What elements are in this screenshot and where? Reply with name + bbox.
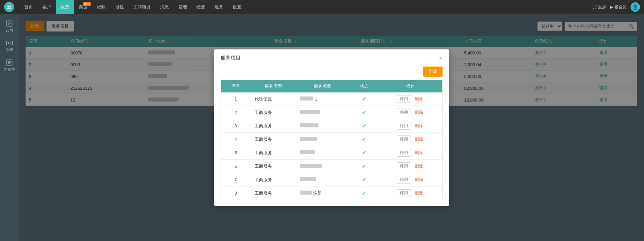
cell-type: 工商服务 xyxy=(251,106,296,119)
stop-button[interactable]: 停用 xyxy=(397,189,411,197)
cell-item xyxy=(296,106,349,119)
cell-actions: 停用 删除 xyxy=(379,146,442,160)
modal-new-button[interactable]: 新建 xyxy=(423,67,443,77)
modal-col-seq: 序号 xyxy=(221,80,251,92)
delete-button[interactable]: 删除 xyxy=(414,122,424,129)
cell-status: ✔ xyxy=(349,173,379,187)
cell-type: 工商服务 xyxy=(251,133,296,146)
cell-item xyxy=(296,160,349,173)
modal-body: 新建 序号 服务类型 服务项目 状态 操作 xyxy=(214,64,449,206)
stop-button[interactable]: 停用 xyxy=(397,135,411,143)
cell-item: 1 xyxy=(296,92,349,106)
nav-operation[interactable]: 经营 xyxy=(192,0,210,14)
app-logo[interactable]: 云 xyxy=(4,2,14,12)
cell-status: ✔ xyxy=(349,160,379,173)
cell-status: ✔ xyxy=(349,133,379,146)
list-item: 5 工商服务 ✔ 停用 删除 xyxy=(221,146,442,160)
stop-button[interactable]: 停用 xyxy=(397,162,411,170)
nav-home[interactable]: 首页 xyxy=(20,0,38,14)
list-item: 1 代理记账 1 ✔ 停用 删除 xyxy=(221,92,442,106)
avatar[interactable]: 👤 xyxy=(631,2,640,12)
delete-button[interactable]: 删除 xyxy=(414,176,424,183)
nav-tax[interactable]: 报税 xyxy=(110,0,128,14)
cell-type: 工商服务 xyxy=(251,119,296,133)
delete-button[interactable]: 删除 xyxy=(414,163,424,170)
list-item: 2 工商服务 ✔ 停用 删除 xyxy=(221,106,442,119)
nav-manage[interactable]: 管理 xyxy=(174,0,192,14)
modal-col-type: 服务类型 xyxy=(251,80,296,92)
cell-status: ✔ xyxy=(349,119,379,133)
modal-header: 服务项目 × xyxy=(214,49,449,64)
modal-close-button[interactable]: × xyxy=(439,55,443,61)
delete-button[interactable]: 删除 xyxy=(414,190,424,197)
cell-status: ✔ xyxy=(349,146,379,160)
nav-message[interactable]: 消息 xyxy=(155,0,174,14)
list-item: 7 工商服务 ✔ 停用 删除 xyxy=(221,173,442,187)
delete-button[interactable]: 删除 xyxy=(414,149,424,156)
nav-bookkeeping[interactable]: 记账 xyxy=(92,0,110,14)
delete-button[interactable]: 删除 xyxy=(414,136,424,143)
cell-status: ✔ xyxy=(349,92,379,106)
cell-actions: 停用 删除 xyxy=(379,173,442,187)
cell-status: ✔ xyxy=(349,106,379,119)
cell-actions: 停用 删除 xyxy=(379,119,442,133)
stop-button[interactable]: 停用 xyxy=(397,122,411,130)
delete-button[interactable]: 删除 xyxy=(414,109,424,116)
member-btn[interactable]: ▶ 畅会员 xyxy=(610,4,627,10)
cell-item: 注册 xyxy=(296,187,349,200)
nav-service[interactable]: 服务 xyxy=(210,0,228,14)
main-layout: 合同 收费 对账单 新增 服务项目 进行中 已结束 xyxy=(0,14,644,241)
fullscreen-btn[interactable]: ⛶ 全屏 xyxy=(593,4,606,10)
stop-button[interactable]: 停用 xyxy=(397,109,411,116)
svg-rect-0 xyxy=(7,21,12,26)
cell-item xyxy=(296,173,349,187)
content-area: 新增 服务项目 进行中 已结束 全部 🔍 xyxy=(19,14,644,241)
cell-seq: 1 xyxy=(221,92,251,106)
modal-title: 服务项目 xyxy=(221,55,241,61)
cell-seq: 6 xyxy=(221,160,251,173)
cell-type: 代理记账 xyxy=(251,92,296,106)
cell-type: 工商服务 xyxy=(251,160,296,173)
list-item: 4 工商服务 ✔ 停用 删除 xyxy=(221,133,442,146)
sidebar: 合同 收费 对账单 xyxy=(0,14,19,241)
nav-fee[interactable]: 收费 xyxy=(56,0,74,14)
video-icon: ▶ xyxy=(610,5,613,9)
top-nav: 云 首页 客户 收费 票据 new 记账 报税 工商项目 消息 管理 经营 服务… xyxy=(0,0,644,14)
cell-actions: 停用 删除 xyxy=(379,187,442,200)
delete-button[interactable]: 删除 xyxy=(414,95,424,103)
modal-col-status: 状态 xyxy=(349,80,379,92)
cell-seq: 4 xyxy=(221,133,251,146)
sidebar-item-statement[interactable]: 对账单 xyxy=(0,56,19,75)
new-badge: new xyxy=(83,2,91,6)
avatar-icon: 👤 xyxy=(632,4,639,10)
nav-ticket[interactable]: 票据 new xyxy=(74,0,92,14)
cell-type: 工商服务 xyxy=(251,173,296,187)
cell-item xyxy=(296,133,349,146)
sidebar-item-fee[interactable]: 收费 xyxy=(0,36,19,56)
list-item: 3 工商服务 ✔ 停用 删除 xyxy=(221,119,442,133)
cell-seq: 5 xyxy=(221,146,251,160)
cell-item xyxy=(296,119,349,133)
list-item: 8 工商服务 注册 ✔ 停用 删除 xyxy=(221,187,442,200)
stop-button[interactable]: 停用 xyxy=(397,149,411,157)
cell-status: ✔ xyxy=(349,187,379,200)
stop-button[interactable]: 停用 xyxy=(397,95,411,103)
nav-settings[interactable]: 设置 xyxy=(228,0,246,14)
list-item: 6 工商服务 ✔ 停用 删除 xyxy=(221,160,442,173)
fee-icon xyxy=(5,40,13,46)
cell-seq: 2 xyxy=(221,106,251,119)
fullscreen-icon: ⛶ xyxy=(593,5,597,9)
sidebar-item-contract[interactable]: 合同 xyxy=(0,17,19,36)
cell-seq: 8 xyxy=(221,187,251,200)
cell-type: 工商服务 xyxy=(251,187,296,200)
modal-overlay[interactable]: 服务项目 × 新建 序号 服务类型 服务项目 xyxy=(19,14,644,241)
service-items-modal: 服务项目 × 新建 序号 服务类型 服务项目 xyxy=(214,49,449,206)
modal-col-action: 操作 xyxy=(379,80,442,92)
modal-col-item: 服务项目 xyxy=(296,80,349,92)
nav-commerce[interactable]: 工商项目 xyxy=(128,0,155,14)
stop-button[interactable]: 停用 xyxy=(397,176,411,184)
cell-actions: 停用 删除 xyxy=(379,160,442,173)
modal-table-wrap[interactable]: 序号 服务类型 服务项目 状态 操作 1 代理记账 xyxy=(221,80,443,200)
nav-customer[interactable]: 客户 xyxy=(38,0,56,14)
cell-actions: 停用 删除 xyxy=(379,133,442,146)
